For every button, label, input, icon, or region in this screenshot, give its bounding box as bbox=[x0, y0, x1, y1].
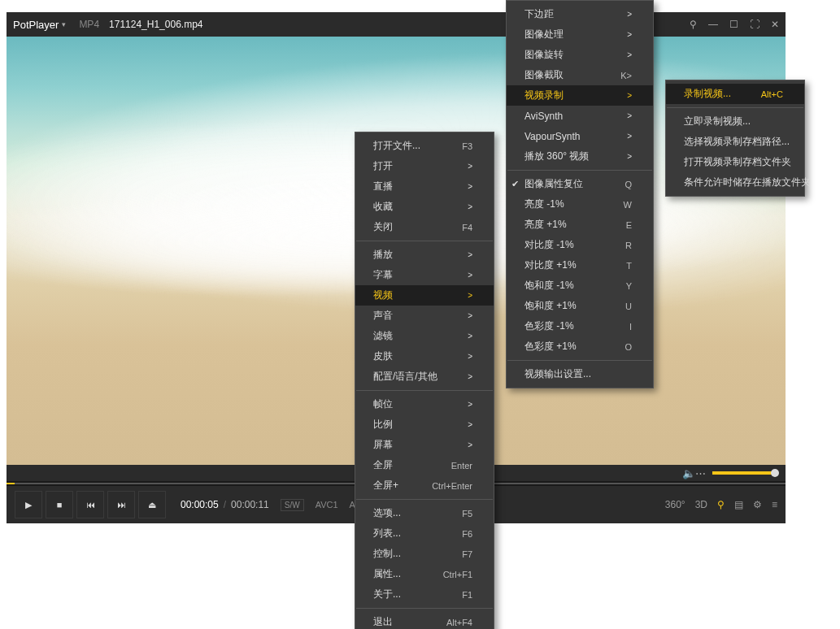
menu-item[interactable]: 打开> bbox=[355, 156, 494, 176]
menu-item-label: 播放 360° 视频 bbox=[524, 150, 590, 163]
menu-item-shortcut: Ctrl+F1 bbox=[427, 570, 472, 579]
file-name: 171124_H1_006.mp4 bbox=[109, 19, 202, 30]
menu-item-shortcut: R bbox=[609, 241, 632, 250]
menu-item[interactable]: 全屏Enter bbox=[355, 455, 494, 475]
menu-item[interactable]: 关闭F4 bbox=[355, 217, 494, 237]
submenu-arrow-icon: > bbox=[611, 111, 632, 120]
menu-item[interactable]: 亮度 +1%E bbox=[507, 215, 653, 235]
menu-item[interactable]: 色彩度 +1%O bbox=[507, 336, 653, 357]
app-menu-chevron-icon[interactable]: ▾ bbox=[62, 20, 66, 28]
search-icon[interactable]: ⚲ bbox=[717, 499, 725, 510]
menu-item[interactable]: 图像处理> bbox=[507, 24, 653, 45]
playlist-icon[interactable]: ▤ bbox=[734, 499, 743, 510]
menu-item[interactable]: 列表...F6 bbox=[355, 523, 494, 544]
decoder-badge[interactable]: S/W bbox=[281, 499, 304, 511]
app-name[interactable]: PotPlayer bbox=[13, 19, 59, 31]
menu-item[interactable]: 对比度 -1%R bbox=[507, 235, 653, 255]
menu-item[interactable]: 打开文件...F3 bbox=[355, 136, 494, 156]
submenu-arrow-icon: > bbox=[611, 30, 632, 39]
menu-item[interactable]: 条件允许时储存在播放文件夹 bbox=[666, 172, 804, 193]
menu-item[interactable]: 直播> bbox=[355, 176, 494, 197]
menu-item[interactable]: ✔图像属性复位Q bbox=[507, 174, 653, 194]
menu-item[interactable]: 饱和度 -1%Y bbox=[507, 275, 653, 296]
menu-item[interactable]: VapourSynth> bbox=[507, 126, 653, 146]
menu-separator bbox=[356, 608, 493, 609]
menu-icon[interactable]: ≡ bbox=[772, 499, 777, 510]
minimize-icon[interactable]: — bbox=[708, 19, 718, 30]
menu-item-label: 退出 bbox=[373, 615, 393, 629]
prev-button[interactable]: ⏮ bbox=[76, 491, 104, 518]
menu-separator bbox=[667, 107, 803, 108]
menu-item[interactable]: 比例> bbox=[355, 414, 494, 435]
menu-item[interactable]: 对比度 +1%T bbox=[507, 255, 653, 275]
menu-item[interactable]: 播放 360° 视频> bbox=[507, 146, 653, 167]
stop-button[interactable]: ■ bbox=[46, 491, 73, 518]
menu-item-label: 配置/语言/其他 bbox=[373, 370, 437, 384]
menu-item[interactable]: 选择视频录制存档路径... bbox=[666, 132, 804, 152]
menu-item-label: 选择视频录制存档路径... bbox=[684, 135, 790, 149]
eject-button[interactable]: ⏏ bbox=[138, 491, 166, 518]
menu-item[interactable]: 色彩度 -1%I bbox=[507, 316, 653, 336]
time-current: 00:00:05 bbox=[181, 499, 219, 510]
maximize-icon[interactable]: ☐ bbox=[729, 19, 738, 30]
video-codec[interactable]: AVC1 bbox=[316, 500, 338, 510]
menu-item[interactable]: 视频> bbox=[355, 285, 494, 306]
menu-item[interactable]: AviSynth> bbox=[507, 106, 653, 126]
menu-item-label: 录制视频... bbox=[684, 87, 731, 101]
menu-item[interactable]: 皮肤> bbox=[355, 346, 494, 367]
menu-item[interactable]: 饱和度 +1%U bbox=[507, 296, 653, 316]
menu-item-shortcut: Alt+F4 bbox=[430, 618, 472, 627]
menu-item-shortcut: F7 bbox=[446, 549, 472, 559]
volume-slider[interactable] bbox=[712, 471, 776, 475]
menu-item[interactable]: 帧位> bbox=[355, 394, 494, 414]
menu-item[interactable]: 屏幕> bbox=[355, 435, 494, 455]
menu-item[interactable]: 立即录制视频... bbox=[666, 111, 804, 132]
menu-item-shortcut: F6 bbox=[446, 529, 472, 539]
menu-item-label: 视频输出设置... bbox=[524, 367, 591, 381]
menu-item[interactable]: 视频输出设置... bbox=[507, 364, 653, 384]
menu-item[interactable]: 关于...F1 bbox=[355, 584, 494, 605]
menu-item[interactable]: 选项...F5 bbox=[355, 503, 494, 523]
menu-item[interactable]: 录制视频...Alt+C bbox=[666, 84, 804, 104]
menu-item-shortcut: T bbox=[610, 261, 632, 271]
volume-knob[interactable] bbox=[771, 469, 779, 477]
menu-item[interactable]: 退出Alt+F4 bbox=[355, 612, 494, 629]
menu-item[interactable]: 播放> bbox=[355, 245, 494, 265]
menu-item-label: 条件允许时储存在播放文件夹 bbox=[684, 176, 811, 189]
menu-item[interactable]: 下边距> bbox=[507, 4, 653, 24]
submenu-arrow-icon: > bbox=[611, 132, 632, 141]
menu-item[interactable]: 图像截取K> bbox=[507, 65, 653, 85]
settings-gear-icon[interactable]: ⚙ bbox=[753, 499, 762, 510]
menu-item[interactable]: 声音> bbox=[355, 306, 494, 326]
menu-item[interactable]: 图像旋转> bbox=[507, 45, 653, 65]
vr360-button[interactable]: 360° bbox=[665, 499, 685, 510]
context-menu-record[interactable]: 录制视频...Alt+C立即录制视频...选择视频录制存档路径...打开视频录制… bbox=[665, 80, 805, 197]
menu-item[interactable]: 控制...F7 bbox=[355, 544, 494, 564]
menu-item[interactable]: 亮度 -1%W bbox=[507, 194, 653, 215]
menu-item[interactable]: 字幕> bbox=[355, 265, 494, 285]
play-button[interactable]: ▶ bbox=[15, 491, 42, 518]
menu-item-label: 打开视频录制存档文件夹 bbox=[684, 155, 791, 169]
menu-item-label: 全屏+ bbox=[373, 479, 398, 492]
next-button[interactable]: ⏭ bbox=[107, 491, 135, 518]
menu-item[interactable]: 全屏+Ctrl+Enter bbox=[355, 475, 494, 496]
fullscreen-icon[interactable]: ⛶ bbox=[750, 19, 759, 30]
menu-item-shortcut: U bbox=[609, 301, 632, 311]
menu-item-label: 字幕 bbox=[373, 268, 393, 282]
menu-item[interactable]: 收藏> bbox=[355, 197, 494, 217]
menu-item[interactable]: 属性...Ctrl+F1 bbox=[355, 564, 494, 584]
close-icon[interactable]: ✕ bbox=[771, 19, 779, 30]
menu-item[interactable]: 配置/语言/其他> bbox=[355, 367, 494, 387]
menu-item[interactable]: 滤镜> bbox=[355, 326, 494, 346]
volume-icon[interactable]: 🔈⋯ bbox=[682, 467, 706, 479]
menu-item-label: 控制... bbox=[373, 547, 401, 561]
menu-item[interactable]: 打开视频录制存档文件夹 bbox=[666, 152, 804, 172]
pin-icon[interactable]: ⚲ bbox=[690, 19, 697, 30]
menu-item[interactable]: 视频录制> bbox=[507, 85, 653, 106]
3d-button[interactable]: 3D bbox=[695, 499, 707, 510]
context-menu-video[interactable]: 下边距>图像处理>图像旋转>图像截取K>视频录制>AviSynth>Vapour… bbox=[506, 0, 654, 388]
submenu-arrow-icon: > bbox=[451, 271, 472, 280]
context-menu-main[interactable]: 打开文件...F3打开>直播>收藏>关闭F4播放>字幕>视频>声音>滤镜>皮肤>… bbox=[355, 132, 494, 629]
right-controls: 360° 3D ⚲ ▤ ⚙ ≡ bbox=[665, 499, 777, 510]
menu-item-shortcut: F1 bbox=[446, 590, 472, 600]
